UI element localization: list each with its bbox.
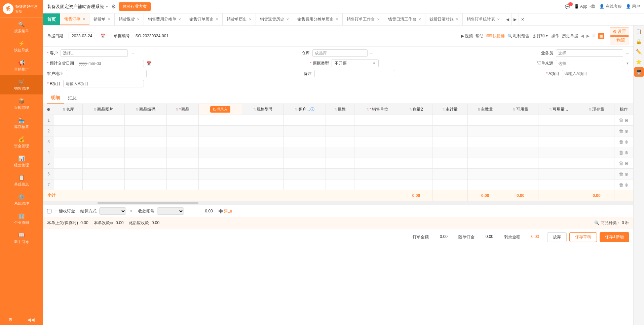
cell-current-stock-5[interactable]	[579, 158, 614, 169]
solution-button[interactable]: 体验行业方案	[119, 2, 151, 11]
cell-main-qty-6[interactable]	[467, 169, 503, 179]
cell-scan-4[interactable]	[199, 147, 242, 158]
cell-product-name-5[interactable]	[166, 158, 199, 169]
tab-close-icon[interactable]: ✕	[497, 17, 500, 21]
right-panel-screen-btn[interactable]: 🖥️	[634, 67, 644, 77]
sidebar-item-enterprise[interactable]: 🏢 企业协同	[0, 209, 43, 229]
copy-row-3-btn[interactable]: ⊕	[624, 139, 629, 145]
cell-current-stock-4[interactable]	[579, 147, 614, 158]
cell-qty2-1[interactable]	[400, 115, 432, 126]
one-click-deposit-checkbox[interactable]	[47, 209, 51, 213]
cell-attributes-4[interactable]	[326, 147, 354, 158]
cell-current-stock-7[interactable]	[579, 179, 614, 190]
order-source-dropdown-icon[interactable]: ▼	[626, 62, 629, 65]
print-dropdown-icon[interactable]: ▼	[545, 34, 548, 38]
cell-main-qty-4[interactable]	[467, 147, 503, 158]
cell-qty2-3[interactable]	[400, 136, 432, 147]
right-panel-lock-btn[interactable]: 🔒	[634, 37, 644, 46]
cell-main-qty-5[interactable]	[467, 158, 503, 169]
cell-customer-code-5[interactable]	[284, 158, 326, 169]
right-panel-star-btn[interactable]: ⭐	[634, 57, 644, 67]
cell-spec-2[interactable]	[242, 126, 284, 136]
tab-close-icon[interactable]: ✕	[178, 17, 181, 21]
sidebar-item-operations[interactable]: 📊 经营管理	[0, 152, 43, 171]
remarks-input[interactable]	[314, 70, 395, 77]
tab-close-icon[interactable]: ✕	[108, 17, 110, 21]
b-project-input[interactable]	[63, 80, 144, 87]
cell-main-qty-7[interactable]	[467, 179, 503, 190]
cell-attributes-6[interactable]	[326, 169, 354, 179]
payment-method-select[interactable]	[99, 207, 126, 215]
sort-arrows-icon[interactable]: ⇅	[442, 108, 445, 111]
cell-product-image-7[interactable]	[82, 179, 124, 190]
cell-customer-code-6[interactable]	[284, 169, 326, 179]
sort-arrows-icon[interactable]: ⇅	[63, 108, 65, 111]
cell-product-name-2[interactable]	[166, 126, 199, 136]
cell-sales-unit-4[interactable]	[354, 147, 400, 158]
cell-scan-3[interactable]	[199, 136, 242, 147]
history-btn[interactable]: 历史单据	[562, 33, 578, 39]
copy-row-2-btn[interactable]: ⊕	[624, 128, 629, 134]
scrollbar-thumb[interactable]	[98, 202, 198, 204]
delete-row-2-btn[interactable]: 🗑	[619, 128, 623, 134]
cell-warehouse-3[interactable]	[54, 136, 83, 147]
cell-available-qty-5[interactable]	[503, 158, 538, 169]
tab-close-icon[interactable]: ✕	[377, 17, 380, 21]
tab-close-icon[interactable]: ✕	[216, 17, 218, 21]
cell-main-unit-6[interactable]	[432, 169, 468, 179]
tab-sales-return[interactable]: 销货单 ✕	[89, 13, 115, 25]
add-payment-btn[interactable]: ➕ 添加	[218, 208, 232, 214]
list-view-icon[interactable]: ≡	[592, 33, 595, 39]
cell-product-name-7[interactable]	[166, 179, 199, 190]
sort-arrows-icon[interactable]: ⇅	[94, 108, 97, 111]
sort-arrows-icon[interactable]: ⇅	[513, 108, 516, 111]
cell-spec-5[interactable]	[242, 158, 284, 169]
cell-qty2-4[interactable]	[400, 147, 432, 158]
sort-arrows-icon[interactable]: ⇅	[366, 108, 369, 111]
cell-scan-2[interactable]	[199, 126, 242, 136]
right-panel-clipboard-btn[interactable]: 📋	[634, 27, 644, 36]
scan-input-button[interactable]: 扫码录入	[210, 106, 230, 113]
cell-main-qty-3[interactable]	[467, 136, 503, 147]
tab-expense-history[interactable]: 销售费用分摊单历史 ✕	[293, 13, 343, 25]
cell-scan-6[interactable]	[199, 169, 242, 179]
cell-sales-unit-5[interactable]	[354, 158, 400, 169]
salesperson-more-dots[interactable]: ···	[626, 51, 629, 55]
cell-main-qty-1[interactable]	[467, 115, 503, 126]
cell-attributes-7[interactable]	[326, 179, 354, 190]
cell-attributes-2[interactable]	[326, 126, 354, 136]
tab-workbench[interactable]: 销售订单工作台 ✕	[343, 13, 384, 25]
cell-warehouse-2[interactable]	[54, 126, 83, 136]
history-nav-prev[interactable]: ◀	[581, 34, 584, 38]
sidebar-item-search[interactable]: 🔍 搜索菜单	[0, 18, 43, 37]
cell-warehouse-6[interactable]	[54, 169, 83, 179]
cell-qty2-7[interactable]	[400, 179, 432, 190]
cell-product-image-6[interactable]	[82, 169, 124, 179]
tab-sales-refund[interactable]: 销货退货 ✕	[115, 13, 144, 25]
cell-available-qty-7[interactable]	[503, 179, 538, 190]
tab-return-history[interactable]: 销货单历史 ✕	[223, 13, 256, 25]
sidebar-item-purchase[interactable]: 📦 采购管理	[0, 94, 43, 114]
cell-available-qty2-7[interactable]	[538, 179, 579, 190]
tab-cash-reconcile[interactable]: 钱货日清对账 ✕	[425, 13, 463, 25]
sort-arrows-icon[interactable]: ⇅	[136, 108, 139, 111]
invoice-type-select[interactable]: 不开票 ▼	[332, 59, 379, 67]
cell-main-unit-7[interactable]	[432, 179, 468, 190]
cell-customer-code-1[interactable]	[284, 115, 326, 126]
cell-product-image-4[interactable]	[82, 147, 124, 158]
sidebar-item-basic[interactable]: 📋 基础信息	[0, 171, 43, 190]
cell-customer-code-3[interactable]	[284, 136, 326, 147]
operations-btn[interactable]: 操作	[551, 33, 559, 39]
sidebar-collapse-icon[interactable]: ◀◀	[27, 317, 35, 322]
sidebar-item-finance[interactable]: 💰 资金管理	[0, 133, 43, 152]
discard-button[interactable]: 放弃	[547, 232, 567, 242]
cell-sales-unit-6[interactable]	[354, 169, 400, 179]
cell-warehouse-4[interactable]	[54, 147, 83, 158]
cell-sales-unit-7[interactable]	[354, 179, 400, 190]
tab-home[interactable]: 首页	[43, 13, 60, 25]
view-video-btn[interactable]: ▶ 视频	[461, 33, 473, 39]
save-draft-button[interactable]: 保存草稿	[569, 232, 597, 242]
tab-detail[interactable]: 明细	[47, 93, 64, 104]
cell-available-qty-1[interactable]	[503, 115, 538, 126]
cell-product-code-7[interactable]	[124, 179, 166, 190]
